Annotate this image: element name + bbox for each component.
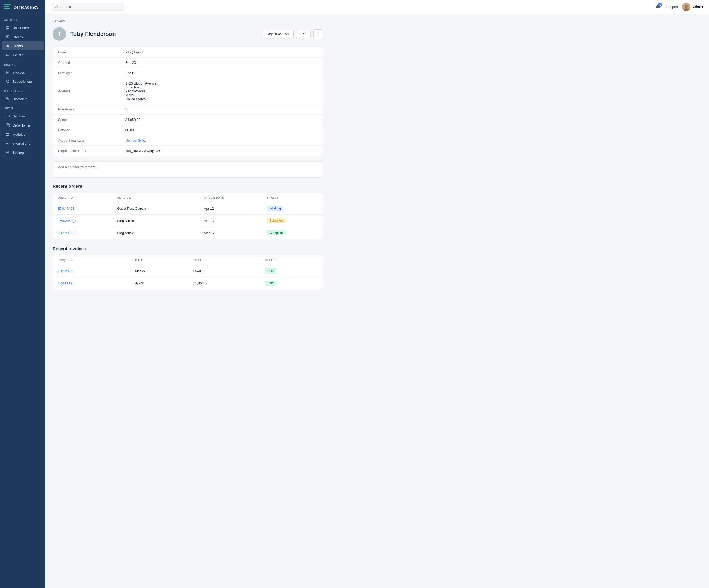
search-box[interactable]: [52, 3, 124, 10]
svg-rect-26: [6, 134, 7, 136]
invoice-id-cell: 25092960: [53, 265, 130, 277]
sidebar-item-clients[interactable]: Clients: [2, 42, 44, 50]
info-value: Michael Scott: [120, 135, 323, 146]
invoices-col-header: DATE: [130, 255, 189, 265]
order-id-link[interactable]: 25092960_2: [57, 231, 76, 235]
sidebar-item-dashboard[interactable]: Dashboard: [2, 23, 44, 32]
info-label: Spent: [53, 114, 120, 125]
sidebar-item-label: Discounts: [12, 97, 27, 101]
brand-logo[interactable]: DemoAgency: [0, 0, 45, 15]
info-row: Balance $0.00: [53, 125, 323, 135]
info-row: Purchases 2: [53, 104, 323, 114]
sidebar-item-label: Integrations: [12, 142, 30, 146]
notifications-button[interactable]: 1: [654, 3, 662, 11]
info-label: Email: [53, 47, 120, 57]
orders-col-header: SERVICE: [112, 193, 199, 203]
svg-rect-3: [8, 28, 9, 29]
info-value: $1,950.00: [120, 114, 323, 125]
svg-point-34: [685, 5, 688, 8]
sidebar-item-discounts[interactable]: Discounts: [2, 94, 44, 103]
invoice-id-link[interactable]: 25092960: [57, 269, 73, 273]
sidebar-section-marketing: MARKETING: [0, 86, 45, 94]
sidebar-item-tickets[interactable]: Tickets: [2, 51, 44, 59]
order-forms-icon: [6, 123, 10, 127]
client-actions: Sign in as user Edit ⋮: [263, 29, 323, 39]
sidebar-item-modules[interactable]: Modules: [2, 130, 44, 139]
content-area: ‹ Clients T Toby Flenderson Sign in as u…: [45, 14, 709, 588]
svg-line-16: [6, 98, 9, 100]
search-input[interactable]: [60, 5, 121, 9]
invoice-status-cell: Paid: [260, 277, 323, 289]
order-id-link[interactable]: 25092960_1: [57, 219, 76, 223]
info-row: Account manager Michael Scott: [53, 135, 323, 146]
orders-icon: [6, 35, 10, 39]
order-status-cell: Submitted: [262, 215, 323, 227]
invoices-col-header: STATUS: [260, 255, 323, 265]
status-badge: Paid: [265, 269, 276, 274]
sidebar-item-settings[interactable]: Settings: [2, 148, 44, 157]
sidebar-item-integrations[interactable]: Integrations: [2, 139, 44, 148]
sidebar-nav: ACTIVITY Dashboard Orders Clients Ticket…: [0, 15, 45, 157]
sidebar-item-label: Subscriptions: [12, 80, 33, 83]
sidebar-section-setup: SETUP: [0, 103, 45, 111]
orders-col-header: ORDER DATE: [199, 193, 262, 203]
sidebar-item-services[interactable]: Services: [2, 112, 44, 121]
status-badge: Paid: [265, 281, 276, 286]
svg-line-33: [57, 7, 58, 8]
sidebar-item-label: Invoices: [12, 71, 25, 74]
client-header: T Toby Flenderson Sign in as user Edit ⋮: [53, 27, 323, 41]
sidebar-item-order-forms[interactable]: Order forms: [2, 121, 44, 130]
invoices-icon: [6, 70, 10, 74]
tickets-icon: [6, 53, 10, 57]
note-input[interactable]: [58, 165, 318, 173]
discounts-icon: [6, 97, 10, 101]
info-row: Created Feb 20: [53, 57, 323, 68]
client-info-card: Email toby@spp.io Created Feb 20 Last lo…: [53, 47, 323, 156]
more-options-button[interactable]: ⋮: [313, 29, 323, 39]
order-status-cell: Working: [262, 203, 323, 215]
account-manager-link[interactable]: Michael Scott: [125, 138, 146, 142]
sidebar-item-label: Tickets: [12, 53, 23, 57]
info-label: Account manager: [53, 135, 120, 146]
svg-point-28: [6, 143, 7, 144]
breadcrumb-parent: Clients: [55, 19, 65, 23]
info-label: Created: [53, 57, 120, 68]
invoice-id-link[interactable]: ED4A4A9B: [57, 281, 75, 285]
status-badge: Working: [267, 206, 284, 211]
info-row: Email toby@spp.io: [53, 47, 323, 57]
svg-point-15: [8, 99, 9, 100]
breadcrumb[interactable]: ‹ Clients: [53, 19, 323, 23]
table-row: 25092960_2 Blog Article Mar 27 Complete: [53, 227, 323, 239]
support-link[interactable]: Support: [666, 5, 678, 9]
info-label: Balance: [53, 125, 120, 135]
invoice-status-cell: Paid: [260, 265, 323, 277]
sidebar-section-billing: BILLING: [0, 60, 45, 68]
status-badge: Submitted: [267, 218, 286, 223]
sidebar-item-label: Orders: [12, 35, 23, 39]
sidebar-item-label: Order forms: [12, 123, 30, 127]
sidebar-item-label: Services: [12, 114, 25, 118]
svg-rect-24: [6, 133, 7, 134]
brand-name: DemoAgency: [14, 5, 38, 9]
client-name: Toby Flenderson: [70, 31, 116, 37]
order-id-cell: 25092960_1: [53, 215, 112, 227]
sidebar-item-subscriptions[interactable]: Subscriptions: [2, 77, 44, 86]
sidebar-item-label: Dashboard: [12, 26, 29, 30]
modules-icon: [6, 132, 10, 136]
sidebar-item-orders[interactable]: Orders: [2, 32, 44, 41]
invoice-id-cell: ED4A4A9B: [53, 277, 130, 289]
svg-point-35: [684, 8, 689, 11]
svg-point-14: [7, 98, 7, 99]
edit-button[interactable]: Edit: [296, 30, 311, 39]
sign-in-as-user-button[interactable]: Sign in as user: [263, 30, 294, 39]
admin-menu[interactable]: Admin: [682, 3, 703, 11]
recent-invoices-table: UNIQUE IDDATETOTALSTATUS 25092960 Mar 27…: [53, 255, 323, 289]
order-id-link[interactable]: ED4A4A9B: [57, 207, 75, 210]
table-row: ED4A4A9B Apr 11 $1,800.00 Paid: [53, 277, 323, 289]
sidebar-item-invoices[interactable]: Invoices: [2, 68, 44, 77]
svg-point-31: [7, 152, 8, 153]
orders-col-header: ORDER ID: [53, 193, 112, 203]
info-value: Apr 12: [120, 68, 323, 78]
info-value: 2: [120, 104, 323, 114]
status-badge: Complete: [267, 230, 285, 235]
